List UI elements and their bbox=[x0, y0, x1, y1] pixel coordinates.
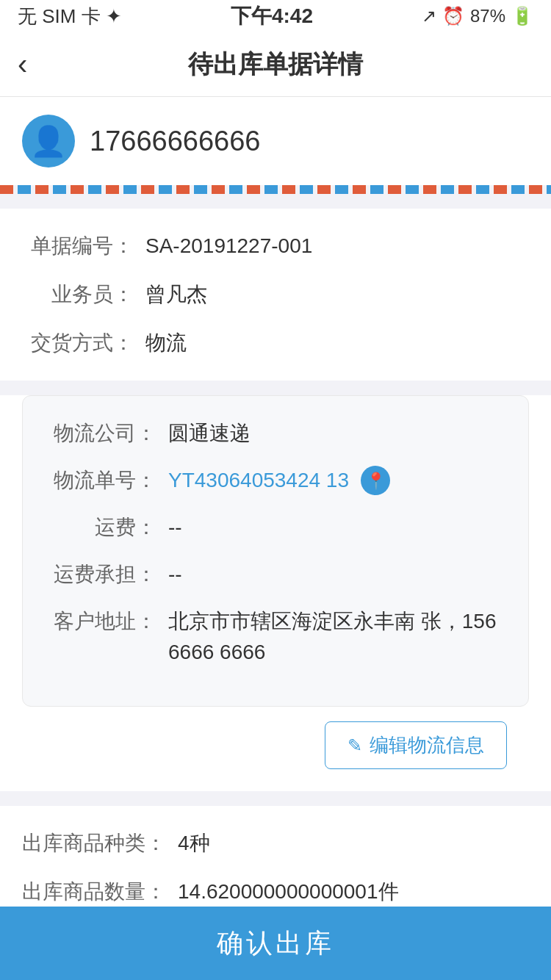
document-number-label: 单据编号： bbox=[22, 231, 145, 262]
sim-wifi-text: 无 SIM 卡 ✦ bbox=[18, 4, 122, 29]
basic-info-section: 单据编号： SA-20191227-001 业务员： 曾凡杰 交货方式： 物流 bbox=[0, 209, 551, 381]
user-section: 👤 17666666666 bbox=[0, 97, 551, 185]
section-divider bbox=[0, 791, 551, 806]
document-number-value: SA-20191227-001 bbox=[145, 231, 529, 262]
logistics-company-value: 圆通速递 bbox=[168, 418, 506, 449]
battery-text: 87% bbox=[470, 6, 505, 26]
goods-quantity-label: 出库商品数量： bbox=[22, 876, 178, 907]
edit-logistics-label: 编辑物流信息 bbox=[370, 732, 484, 758]
goods-types-value: 4种 bbox=[178, 828, 529, 859]
delivery-method-label: 交货方式： bbox=[22, 328, 145, 359]
goods-types-row: 出库商品种类： 4种 bbox=[22, 828, 529, 859]
logistics-company-row: 物流公司： 圆通速递 bbox=[45, 418, 506, 449]
back-button[interactable]: ‹ bbox=[18, 48, 27, 81]
avatar-icon: 👤 bbox=[30, 124, 67, 159]
dashed-divider bbox=[0, 185, 551, 194]
freight-row: 运费： -- bbox=[45, 512, 506, 543]
location-icon: ↗ bbox=[422, 6, 436, 26]
page-title: 待出库单据详情 bbox=[188, 48, 363, 82]
status-bar: 无 SIM 卡 ✦ 下午4:42 ↗ ⏰ 87% 🔋 bbox=[0, 0, 551, 32]
status-time: 下午4:42 bbox=[231, 2, 313, 30]
edit-logistics-button[interactable]: ✎ 编辑物流信息 bbox=[325, 721, 507, 769]
nav-bar: ‹ 待出库单据详情 bbox=[0, 32, 551, 97]
freight-value: -- bbox=[168, 512, 506, 543]
address-value: 北京市市辖区海淀区永丰南 张，156 6666 6666 bbox=[168, 606, 506, 668]
tracking-number-label: 物流单号： bbox=[45, 465, 168, 496]
tracking-number-value: YT43064053424 13 bbox=[168, 465, 349, 496]
address-row: 客户地址： 北京市市辖区海淀区永丰南 张，156 6666 6666 bbox=[45, 606, 506, 668]
delivery-method-row: 交货方式： 物流 bbox=[22, 328, 529, 359]
tracking-row: YT43064053424 13 📍 bbox=[168, 465, 390, 496]
location-pin-icon[interactable]: 📍 bbox=[361, 466, 390, 495]
goods-types-label: 出库商品种类： bbox=[22, 828, 178, 859]
address-label: 客户地址： bbox=[45, 606, 168, 637]
salesman-label: 业务员： bbox=[22, 279, 145, 310]
salesman-value: 曾凡杰 bbox=[145, 279, 529, 310]
freight-bearer-value: -- bbox=[168, 559, 506, 590]
salesman-row: 业务员： 曾凡杰 bbox=[22, 279, 529, 310]
logistics-section: 物流公司： 圆通速递 物流单号： YT43064053424 13 📍 运费： … bbox=[22, 395, 529, 707]
user-phone: 17666666666 bbox=[90, 126, 260, 157]
freight-label: 运费： bbox=[45, 512, 168, 543]
edit-button-area: ✎ 编辑物流信息 bbox=[22, 721, 529, 784]
goods-quantity-row: 出库商品数量： 14.620000000000001件 bbox=[22, 876, 529, 907]
freight-bearer-label: 运费承担： bbox=[45, 559, 168, 590]
logistics-wrapper: 物流公司： 圆通速递 物流单号： YT43064053424 13 📍 运费： … bbox=[0, 395, 551, 791]
avatar: 👤 bbox=[22, 115, 75, 167]
tracking-number-row: 物流单号： YT43064053424 13 📍 bbox=[45, 465, 506, 496]
freight-bearer-row: 运费承担： -- bbox=[45, 559, 506, 590]
status-right: ↗ ⏰ 87% 🔋 bbox=[422, 6, 533, 26]
status-left: 无 SIM 卡 ✦ bbox=[18, 4, 122, 29]
edit-icon: ✎ bbox=[347, 735, 362, 756]
alarm-icon: ⏰ bbox=[442, 6, 464, 26]
confirm-button-label: 确认出库 bbox=[217, 926, 334, 962]
document-number-row: 单据编号： SA-20191227-001 bbox=[22, 231, 529, 262]
confirm-button-area[interactable]: 确认出库 bbox=[0, 907, 551, 980]
goods-quantity-value: 14.620000000000001件 bbox=[178, 876, 529, 907]
battery-icon: 🔋 bbox=[511, 6, 533, 26]
logistics-company-label: 物流公司： bbox=[45, 418, 168, 449]
delivery-method-value: 物流 bbox=[145, 328, 529, 359]
